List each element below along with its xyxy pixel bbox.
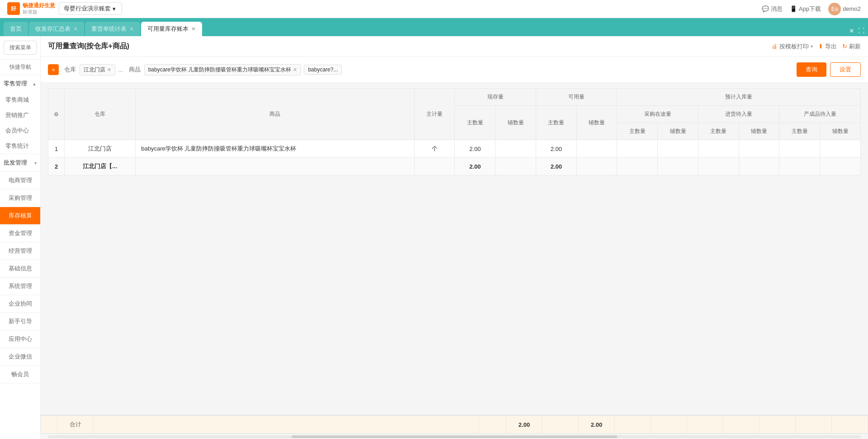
product-tag-2[interactable]: babycare?... <box>304 65 342 75</box>
warehouse-label: 仓库 <box>64 66 76 74</box>
th-stock-group: 现存量 <box>455 89 536 106</box>
user-profile[interactable]: Ea demo2 <box>828 3 861 15</box>
template-print-button[interactable]: 🖨 按模板打印 ▾ <box>772 42 813 51</box>
subtotal-row: 2 江北门店【... 2.00 2.00 <box>48 158 861 175</box>
tab-available-close[interactable]: ✕ <box>191 26 196 32</box>
subtotal-pur-aux <box>658 158 698 175</box>
template-print-label: 按模板打印 <box>779 42 809 51</box>
row-inc-aux <box>739 140 779 158</box>
th-inc-aux: 辅数量 <box>739 123 779 140</box>
user-name: demo2 <box>843 5 861 12</box>
maximize-icon[interactable]: ⛶ <box>858 27 864 34</box>
th-warehouse: 仓库 <box>65 89 136 140</box>
table-wrapper: ⚙ 仓库 商品 主计量 现存量 可用量 预计入库量 主数量 辅数量 主数量 辅数… <box>41 83 868 415</box>
chevron-down-icon <box>113 5 116 12</box>
total-available-main: 2.00 <box>579 416 615 434</box>
sidebar-item-operation[interactable]: 经营管理 <box>0 242 40 260</box>
th-inc-main: 主数量 <box>698 123 739 140</box>
search-menu-button[interactable]: 搜索菜单 <box>4 41 37 55</box>
tab-demand-close[interactable]: ✕ <box>129 26 134 32</box>
logo-area: 好 畅捷通好生意 标准版 <box>7 2 55 15</box>
quick-nav-button[interactable]: 快捷导航 <box>0 60 40 75</box>
total-inc-main <box>723 416 760 434</box>
total-product-cell <box>94 416 479 434</box>
refresh-button[interactable]: ↻ 刷新 <box>842 42 861 51</box>
th-forecast-group: 预计入库量 <box>617 89 861 106</box>
sidebar-item-wechat[interactable]: 企业微信 <box>0 348 40 366</box>
sidebar-group-retail-header[interactable]: 零售管理 ▲ <box>0 75 40 92</box>
tab-income[interactable]: 收发存汇总表 ✕ <box>29 22 84 36</box>
app-icon: 📱 <box>790 5 797 12</box>
setting-button[interactable]: 设置 <box>830 62 861 77</box>
tab-bar: 首页 收发存汇总表 ✕ 要货单统计表 ✕ 可用量库存账本 ✕ ✕ ⛶ <box>0 18 868 36</box>
tab-demand-label: 要货单统计表 <box>91 25 127 33</box>
logo-icon: 好 <box>7 2 20 15</box>
tab-demand[interactable]: 要货单统计表 ✕ <box>85 22 140 36</box>
sidebar-item-enterprise[interactable]: 企业协同 <box>0 295 40 313</box>
th-available-main: 主数量 <box>536 106 576 140</box>
tab-available[interactable]: 可用量库存账本 ✕ <box>141 22 202 36</box>
app-download-button[interactable]: 📱 App下载 <box>790 5 821 13</box>
sidebar-item-ecommerce[interactable]: 电商管理 <box>0 172 40 189</box>
sidebar-item-finance[interactable]: 资金管理 <box>0 225 40 242</box>
message-icon: 💬 <box>762 5 769 12</box>
query-button[interactable]: 查询 <box>797 62 826 77</box>
expand-filter-button[interactable]: » <box>48 64 59 75</box>
warehouse-more-button[interactable]: ... <box>118 66 123 73</box>
row-available-main: 2.00 <box>536 140 576 158</box>
tab-home[interactable]: 首页 <box>4 22 28 36</box>
total-available-aux <box>615 416 651 434</box>
row-pur-main <box>617 140 658 158</box>
content-area: 可用量查询(按仓库+商品) 🖨 按模板打印 ▾ ⬆ 导出 ↻ 刷新 » <box>41 36 868 439</box>
subtotal-pur-main <box>617 158 658 175</box>
row-stock-aux <box>495 140 536 158</box>
th-production-group: 产成品待入量 <box>779 106 861 123</box>
close-window-icon[interactable]: ✕ <box>849 27 854 34</box>
scroll-thumb[interactable] <box>292 435 617 438</box>
sidebar-group-wholesale-header[interactable]: 批发管理 ▾ <box>0 154 40 171</box>
product-label: 商品 <box>129 66 141 74</box>
print-chevron-icon: ▾ <box>811 44 813 49</box>
th-available-aux: 辅数量 <box>576 106 617 140</box>
sidebar-item-member[interactable]: 畅会员 <box>0 366 40 383</box>
sidebar-item-inventory[interactable]: 库存核算 <box>0 207 40 225</box>
industry-select[interactable]: 母婴行业演示账套 <box>59 2 122 15</box>
warehouse-tag-close[interactable]: ✕ <box>107 67 111 73</box>
tab-income-close[interactable]: ✕ <box>73 26 78 32</box>
total-inc-aux <box>760 416 796 434</box>
th-incoming-group: 进货待入量 <box>698 106 779 123</box>
sidebar-item-system[interactable]: 系统管理 <box>0 278 40 295</box>
sidebar-group-wholesale-arrow: ▾ <box>34 160 37 165</box>
top-bar-right: 💬 消息 📱 App下载 Ea demo2 <box>762 3 861 15</box>
export-button[interactable]: ⬆ 导出 <box>818 42 837 51</box>
sidebar-item-purchase[interactable]: 采购管理 <box>0 189 40 207</box>
product-tag-1-close[interactable]: ✕ <box>293 67 297 73</box>
th-settings[interactable]: ⚙ <box>48 89 65 140</box>
th-pur-main: 主数量 <box>617 123 658 140</box>
product-tag-1[interactable]: babycare学饮杯 儿童防摔防撞吸管杯重力球吸嘴杯宝宝水杯 ✕ <box>144 64 302 76</box>
sidebar-group-wholesale: 批发管理 ▾ <box>0 154 40 172</box>
sidebar-group-retail-arrow: ▲ <box>32 81 37 86</box>
export-icon: ⬆ <box>818 43 823 50</box>
warehouse-tag[interactable]: 江北门店 ✕ <box>80 64 115 76</box>
refresh-label: 刷新 <box>849 42 861 51</box>
sidebar-item-guide[interactable]: 新手引导 <box>0 313 40 330</box>
subtotal-no: 2 <box>48 158 65 175</box>
total-label: 合计 <box>57 416 94 434</box>
sidebar-item-members[interactable]: 会员中心 <box>0 123 40 138</box>
th-available-group: 可用量 <box>536 89 617 106</box>
sidebar-item-marketing[interactable]: 营销推广 <box>0 108 40 123</box>
sidebar-item-apps[interactable]: 应用中心 <box>0 330 40 348</box>
app-label: App下载 <box>799 5 821 13</box>
sidebar: 搜索菜单 快捷导航 零售管理 ▲ 零售商城 营销推广 会员中心 零售统计 批发管… <box>0 36 41 439</box>
row-prod-aux <box>820 140 861 158</box>
row-available-aux <box>576 140 617 158</box>
filter-actions: 查询 设置 <box>797 62 861 77</box>
tab-income-label: 收发存汇总表 <box>35 25 71 33</box>
filter-area: » 仓库 江北门店 ✕ ... 商品 babycare学饮杯 儿童防摔防撞吸管杯… <box>41 57 868 83</box>
horizontal-scrollbar[interactable] <box>41 434 868 439</box>
sidebar-item-retail-shop[interactable]: 零售商城 <box>0 92 40 108</box>
sidebar-item-retail-stats[interactable]: 零售统计 <box>0 138 40 154</box>
sidebar-item-basic[interactable]: 基础信息 <box>0 260 40 278</box>
message-button[interactable]: 💬 消息 <box>762 5 783 13</box>
